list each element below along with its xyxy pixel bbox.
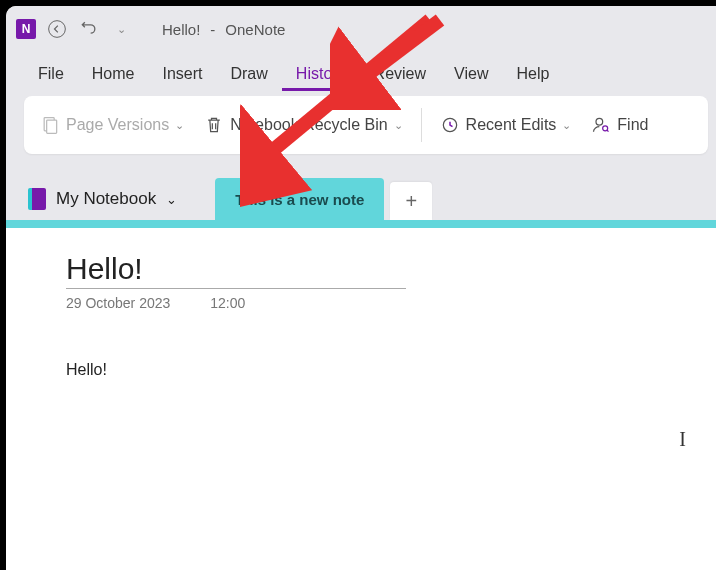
trash-icon bbox=[204, 115, 224, 135]
window-title-app: OneNote bbox=[225, 21, 285, 38]
page-body[interactable]: Hello! bbox=[66, 361, 656, 379]
svg-rect-2 bbox=[47, 120, 57, 133]
chevron-down-icon: ⌄ bbox=[175, 119, 184, 132]
chevron-down-icon: ⌄ bbox=[166, 192, 177, 207]
app-window: N ⌄ Hello! - OneNote File Home Insert Dr… bbox=[6, 6, 716, 570]
titlebar: N ⌄ Hello! - OneNote bbox=[6, 6, 716, 52]
menu-draw[interactable]: Draw bbox=[216, 57, 281, 91]
chevron-down-icon: ⌄ bbox=[117, 23, 126, 36]
clock-icon bbox=[440, 115, 460, 135]
back-button[interactable] bbox=[46, 18, 68, 40]
quick-access-customize[interactable]: ⌄ bbox=[110, 18, 132, 40]
arrow-left-icon bbox=[47, 19, 67, 39]
notebook-row: My Notebook ⌄ This is a new note + bbox=[6, 168, 716, 220]
menu-insert[interactable]: Insert bbox=[148, 57, 216, 91]
section-color-bar bbox=[6, 220, 716, 228]
onenote-app-icon: N bbox=[16, 19, 36, 39]
ribbon: Page Versions ⌄ Notebook Recycle Bin ⌄ R… bbox=[24, 96, 708, 154]
menubar: File Home Insert Draw History Review Vie… bbox=[6, 52, 716, 96]
menu-view[interactable]: View bbox=[440, 57, 502, 91]
recent-edits-button[interactable]: Recent Edits ⌄ bbox=[434, 111, 578, 139]
ribbon-separator bbox=[421, 108, 422, 142]
recent-edits-label: Recent Edits bbox=[466, 116, 557, 134]
section-tab[interactable]: This is a new note bbox=[215, 178, 384, 220]
find-by-author-button[interactable]: Find bbox=[585, 111, 654, 139]
page-versions-label: Page Versions bbox=[66, 116, 169, 134]
page-title[interactable]: Hello! bbox=[66, 252, 406, 289]
page-date: 29 October 2023 bbox=[66, 295, 170, 311]
find-label: Find bbox=[617, 116, 648, 134]
page-timestamp: 29 October 2023 12:00 bbox=[66, 295, 656, 311]
menu-home[interactable]: Home bbox=[78, 57, 149, 91]
add-section-button[interactable]: + bbox=[390, 182, 432, 220]
notebook-recycle-bin-button[interactable]: Notebook Recycle Bin ⌄ bbox=[198, 111, 408, 139]
notebook-name: My Notebook bbox=[56, 189, 156, 209]
svg-point-0 bbox=[49, 21, 66, 38]
chevron-down-icon: ⌄ bbox=[394, 119, 403, 132]
chevron-down-icon: ⌄ bbox=[562, 119, 571, 132]
notebook-recycle-bin-label: Notebook Recycle Bin bbox=[230, 116, 387, 134]
svg-point-4 bbox=[596, 118, 603, 125]
plus-icon: + bbox=[406, 190, 418, 213]
menu-history[interactable]: History bbox=[282, 57, 360, 91]
window-title-doc: Hello! bbox=[162, 21, 200, 38]
page-versions-button[interactable]: Page Versions ⌄ bbox=[34, 111, 190, 139]
note-page[interactable]: Hello! 29 October 2023 12:00 Hello! I bbox=[6, 228, 716, 570]
section-tab-label: This is a new note bbox=[235, 191, 364, 208]
notebook-selector[interactable]: My Notebook ⌄ bbox=[28, 188, 207, 220]
window-title-sep: - bbox=[210, 21, 215, 38]
menu-help[interactable]: Help bbox=[502, 57, 563, 91]
page-time: 12:00 bbox=[210, 295, 245, 311]
text-cursor-icon: I bbox=[679, 428, 686, 451]
menu-review[interactable]: Review bbox=[360, 57, 440, 91]
undo-button[interactable] bbox=[78, 18, 100, 40]
notebook-icon bbox=[28, 188, 46, 210]
menu-file[interactable]: File bbox=[24, 57, 78, 91]
page-versions-icon bbox=[40, 115, 60, 135]
person-search-icon bbox=[591, 115, 611, 135]
undo-icon bbox=[79, 19, 99, 39]
